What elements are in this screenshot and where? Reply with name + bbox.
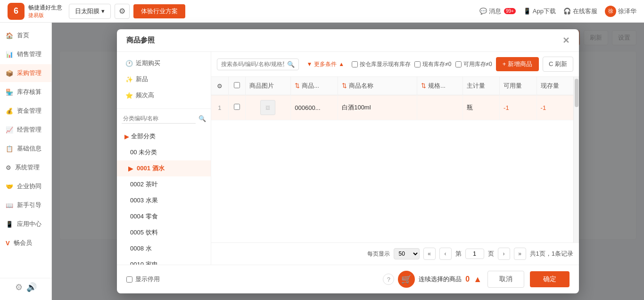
product-search-input[interactable] xyxy=(221,61,284,67)
chart-icon: 📊 xyxy=(6,51,13,58)
page-number-input[interactable] xyxy=(465,249,484,259)
settings-bottom-icon[interactable]: ⚙ xyxy=(15,282,23,292)
row-select-checkbox[interactable] xyxy=(234,104,240,110)
sort-name-icon: ⇅ xyxy=(342,82,347,89)
select-all-checkbox[interactable] xyxy=(234,82,240,88)
phone-icon: 📱 xyxy=(523,8,531,15)
product-search-box: 🔍 xyxy=(217,58,299,70)
cat-item-snack[interactable]: 0004 零食 xyxy=(117,208,211,225)
gear-icon: ⚙ xyxy=(119,7,125,16)
logo-text: 畅捷通好生意 捷易版 xyxy=(28,4,62,19)
message-badge: 99+ xyxy=(504,8,516,14)
sidebar-item-purchase[interactable]: 📦 采购管理 xyxy=(0,64,51,82)
app-download-button[interactable]: 📱 App下载 xyxy=(523,7,556,16)
cart-button[interactable]: 🛒 xyxy=(398,271,415,288)
stock-nonzero-checkbox[interactable] xyxy=(414,61,421,67)
col-name[interactable]: ⇅ 商品名称 xyxy=(338,77,417,95)
main-layout: 🏠 首页 📊 销售管理 📦 采购管理 🏪 库存核算 💰 资金管理 📈 经营管理 … xyxy=(0,23,644,300)
sidebar-item-base[interactable]: 📋 基础信息 xyxy=(0,140,51,158)
sidebar-item-inventory[interactable]: 🏪 库存核算 xyxy=(0,83,51,101)
quick-tab-recent[interactable]: 🕐 近期购买 xyxy=(121,56,207,71)
row-settings: 1 xyxy=(211,95,228,120)
user-menu[interactable]: 徐 徐泽华 xyxy=(605,6,636,17)
logo-icon: 6 xyxy=(8,3,25,20)
col-code[interactable]: ⇅ 商品... xyxy=(291,77,338,95)
table-settings-icon: ⚙ xyxy=(217,83,223,90)
confirm-button[interactable]: 确定 xyxy=(530,271,570,287)
prev-page-button[interactable]: ‹ xyxy=(439,248,452,260)
row-current: -1 xyxy=(537,95,573,120)
modal-body: 🕐 近期购买 ✨ 新品 ⭐ 频次高 xyxy=(117,52,579,265)
modal-footer: 显示停用 ? 🛒 连续选择的商品 0 ▲ xyxy=(117,265,579,293)
col-checkbox xyxy=(228,77,245,95)
cat-item-fruit[interactable]: 0003 水果 xyxy=(117,192,211,208)
headset-icon: 🎧 xyxy=(563,8,571,15)
modal-close-button[interactable]: ✕ xyxy=(562,36,570,45)
warehouse-checkbox[interactable] xyxy=(352,61,358,67)
cat-item-uncategorized[interactable]: 00 未分类 xyxy=(117,144,211,160)
first-page-button[interactable]: « xyxy=(423,248,436,260)
checkbox-available-nonzero[interactable]: 可用库存≠0 xyxy=(455,60,492,68)
product-reference-modal: 商品参照 ✕ 🕐 近期购买 ✨ xyxy=(117,29,579,293)
checkbox-stock-nonzero[interactable]: 现有库存≠0 xyxy=(414,60,451,68)
category-search-input[interactable] xyxy=(122,114,196,124)
category-search-icon[interactable]: 🔍 xyxy=(198,115,206,122)
col-spec[interactable]: ⇅ 规格... xyxy=(417,77,462,95)
cart-collapse-button[interactable]: ▲ xyxy=(473,275,482,284)
star-icon: ⭐ xyxy=(125,92,133,99)
cat-item-beverage[interactable]: 0005 饮料 xyxy=(117,225,211,241)
vertical-scrollbar[interactable] xyxy=(573,77,579,242)
cat-item-appliance[interactable]: 0010 家电 xyxy=(117,257,211,265)
search-icon[interactable]: 🔍 xyxy=(287,61,295,68)
sidebar-item-enterprise[interactable]: 🤝 企业协同 xyxy=(0,177,51,195)
sort-spec-icon: ⇅ xyxy=(421,82,426,89)
sidebar-item-finance[interactable]: 💰 资金管理 xyxy=(0,102,51,120)
sidebar-item-home[interactable]: 🏠 首页 xyxy=(0,26,51,44)
more-filter-button[interactable]: ▼ 更多条件 ▲ xyxy=(303,58,348,70)
settings-button[interactable]: ⚙ xyxy=(115,4,130,19)
sidebar-item-sales[interactable]: 📊 销售管理 xyxy=(0,45,51,63)
expand-icon: ▶ xyxy=(124,133,129,140)
per-page-select[interactable]: 50 100 200 xyxy=(394,248,420,259)
available-nonzero-checkbox[interactable] xyxy=(455,61,462,67)
volume-icon[interactable]: 🔊 xyxy=(26,282,37,292)
product-image-placeholder: 🖼 xyxy=(265,105,270,110)
table-row[interactable]: 1 🖼 xyxy=(211,95,573,120)
sidebar-item-system[interactable]: ⚙ 系统管理 xyxy=(0,158,51,176)
active-expand-icon: ▶ xyxy=(128,165,133,172)
quick-tab-frequent[interactable]: ⭐ 频次高 xyxy=(121,88,207,103)
table-wrapper: ⚙ 商品图片 xyxy=(211,77,573,242)
sidebar-item-management[interactable]: 📈 经营管理 xyxy=(0,121,51,139)
checkbox-warehouse[interactable]: 按仓库显示现有库存 xyxy=(352,60,411,68)
list-icon: 📋 xyxy=(6,145,13,152)
category-panel: 🕐 近期购买 ✨ 新品 ⭐ 频次高 xyxy=(117,52,211,265)
top-nav: 6 畅捷通好生意 捷易版 日太阳膜 ▾ ⚙ 体验行业方案 💬 消息 99+ 📱 … xyxy=(0,0,644,23)
tenant-selector[interactable]: 日太阳膜 ▾ xyxy=(69,4,111,19)
col-settings[interactable]: ⚙ xyxy=(211,77,228,95)
show-disabled-checkbox[interactable]: 显示停用 xyxy=(126,275,160,283)
cat-item-tea[interactable]: 0002 茶叶 xyxy=(117,176,211,192)
online-service-button[interactable]: 🎧 在线客服 xyxy=(563,7,597,16)
quick-tab-new[interactable]: ✨ 新品 xyxy=(121,72,207,87)
message-button[interactable]: 💬 消息 99+ xyxy=(479,7,516,16)
next-page-button[interactable]: › xyxy=(498,248,510,260)
add-product-button[interactable]: + 新增商品 xyxy=(496,57,539,71)
col-available: 可用量 xyxy=(500,77,537,95)
last-page-button[interactable]: » xyxy=(514,248,526,260)
logo-area: 6 畅捷通好生意 捷易版 xyxy=(8,3,69,20)
disabled-checkbox[interactable] xyxy=(126,276,132,283)
cancel-button[interactable]: 取消 xyxy=(487,271,524,288)
money-icon: 💰 xyxy=(6,108,13,115)
row-image: 🖼 xyxy=(245,95,291,120)
cat-item-all[interactable]: ▶ 全部分类 xyxy=(117,128,211,144)
help-button[interactable]: ? xyxy=(383,274,394,285)
cat-item-water[interactable]: 0008 水 xyxy=(117,241,211,257)
filter-chevron-icon: ▲ xyxy=(339,61,344,67)
trial-button[interactable]: 体验行业方案 xyxy=(133,4,185,18)
modal-header: 商品参照 ✕ xyxy=(117,29,579,52)
sidebar-item-member[interactable]: V 畅会员 xyxy=(0,234,51,252)
sidebar-item-apps[interactable]: 📱 应用中心 xyxy=(0,215,51,233)
sidebar-item-guide[interactable]: 📖 新手引导 xyxy=(0,196,51,214)
cat-item-liquor[interactable]: ▶ 0001 酒水 xyxy=(117,160,211,176)
refresh-button[interactable]: C 刷新 xyxy=(543,57,573,72)
